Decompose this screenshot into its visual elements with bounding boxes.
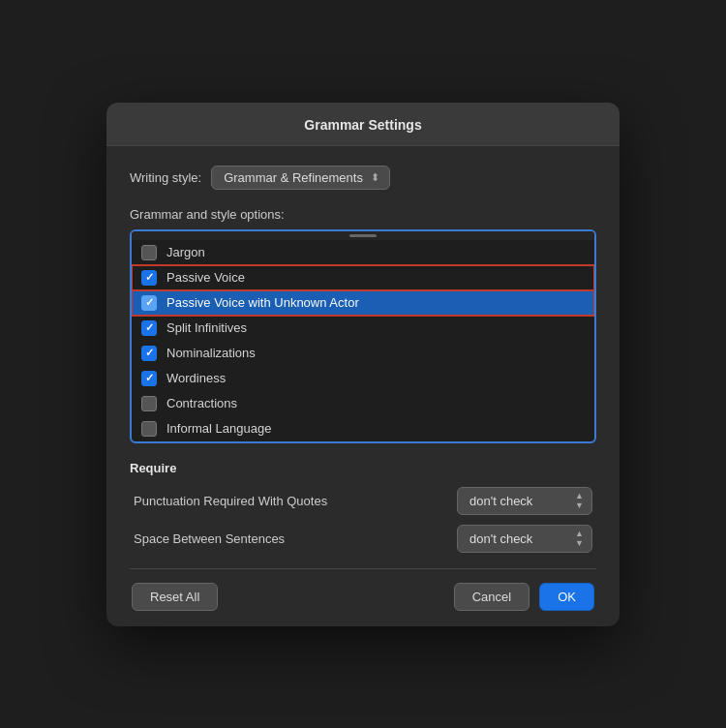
require-section: Require Punctuation Required With Quotes… xyxy=(130,461,596,553)
checkbox-nominalizations[interactable] xyxy=(141,346,157,361)
item-label-split-infinitives: Split Infinitives xyxy=(166,320,247,335)
list-item-passive-voice[interactable]: Passive Voice xyxy=(132,265,594,290)
reset-all-button[interactable]: Reset All xyxy=(132,583,218,611)
list-item-passive-voice-unknown[interactable]: Passive Voice with Unknown Actor xyxy=(132,290,594,316)
chevron-updown-icon: ⬍ xyxy=(371,171,379,184)
btn-group-right: Cancel OK xyxy=(454,583,594,611)
grammar-settings-dialog: Grammar Settings Writing style: Grammar … xyxy=(106,103,620,626)
item-label-informal-language: Informal Language xyxy=(166,421,271,436)
writing-style-label: Writing style: xyxy=(130,170,201,185)
punctuation-value: don't check xyxy=(469,494,532,508)
list-item-nominalizations[interactable]: Nominalizations xyxy=(132,341,594,366)
scroll-nub xyxy=(349,234,377,237)
chevron-updown-icon: ▲ ▼ xyxy=(575,492,584,510)
divider xyxy=(130,568,596,569)
checkbox-informal-language[interactable] xyxy=(141,421,157,437)
checkbox-jargon[interactable] xyxy=(141,245,157,260)
space-row: Space Between Sentences don't check ▲ ▼ xyxy=(130,525,596,553)
writing-style-value: Grammar & Refinements xyxy=(224,170,363,185)
list-item-jargon[interactable]: Jargon xyxy=(132,240,594,265)
checkbox-wordiness[interactable] xyxy=(141,371,157,386)
item-label-jargon: Jargon xyxy=(166,245,205,259)
cancel-button[interactable]: Cancel xyxy=(454,583,529,611)
space-dropdown[interactable]: don't check ▲ ▼ xyxy=(457,525,592,553)
chevron-updown-icon-2: ▲ ▼ xyxy=(575,530,584,548)
require-title: Require xyxy=(130,461,596,475)
list-item-wordiness[interactable]: Wordiness xyxy=(132,366,594,391)
ok-button[interactable]: OK xyxy=(539,583,594,611)
scroll-indicator-top xyxy=(132,231,594,240)
checkbox-passive-voice-unknown[interactable] xyxy=(141,295,157,311)
writing-style-row: Writing style: Grammar & Refinements ⬍ xyxy=(130,166,596,190)
dialog-title: Grammar Settings xyxy=(304,117,421,133)
list-item-split-infinitives[interactable]: Split Infinitives xyxy=(132,316,594,341)
checkbox-passive-voice[interactable] xyxy=(141,270,157,286)
list-item-informal-language[interactable]: Informal Language xyxy=(132,416,594,441)
button-row: Reset All Cancel OK xyxy=(130,583,596,611)
item-label-nominalizations: Nominalizations xyxy=(166,346,256,360)
punctuation-row: Punctuation Required With Quotes don't c… xyxy=(130,487,596,515)
item-label-wordiness: Wordiness xyxy=(166,371,226,385)
grammar-options-list: Jargon Passive Voice Passive Voice with … xyxy=(130,229,596,443)
item-label-passive-voice-unknown: Passive Voice with Unknown Actor xyxy=(166,295,359,310)
dialog-content: Writing style: Grammar & Refinements ⬍ G… xyxy=(106,146,620,626)
checkbox-contractions[interactable] xyxy=(141,396,157,411)
punctuation-label: Punctuation Required With Quotes xyxy=(134,494,327,508)
punctuation-dropdown[interactable]: don't check ▲ ▼ xyxy=(457,487,592,515)
item-label-contractions: Contractions xyxy=(166,396,237,410)
writing-style-dropdown[interactable]: Grammar & Refinements ⬍ xyxy=(211,166,390,190)
checkbox-split-infinitives[interactable] xyxy=(141,320,157,336)
space-value: don't check xyxy=(469,531,532,546)
list-item-contractions[interactable]: Contractions xyxy=(132,391,594,416)
grammar-options-label: Grammar and style options: xyxy=(130,207,596,222)
item-label-passive-voice: Passive Voice xyxy=(166,270,245,285)
space-label: Space Between Sentences xyxy=(134,531,285,546)
dialog-title-bar: Grammar Settings xyxy=(106,103,620,146)
